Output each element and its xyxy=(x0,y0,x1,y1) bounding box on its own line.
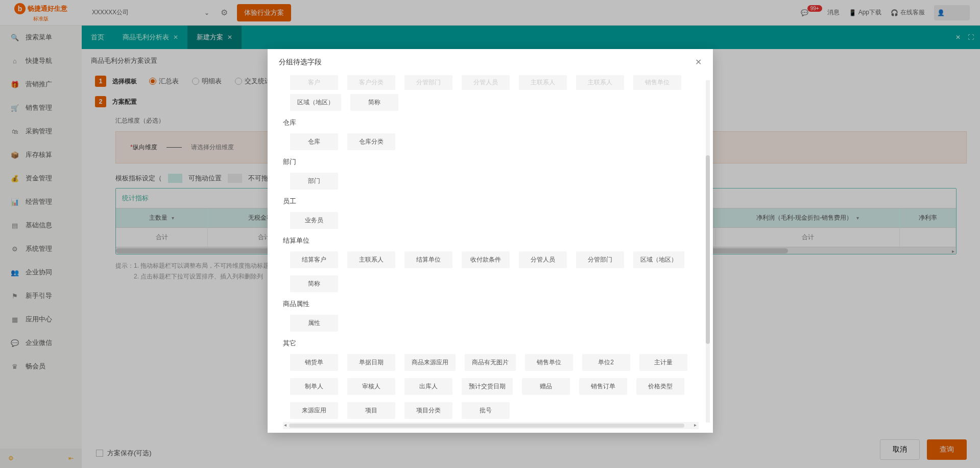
modal-row2-tags: 区域（地区） 简称 xyxy=(283,94,699,111)
field-tag[interactable]: 价格类型 xyxy=(636,378,684,395)
field-tag[interactable]: 收付款条件 xyxy=(462,251,510,268)
field-group-title: 商品属性 xyxy=(283,299,699,309)
field-tag[interactable]: 销售单位 xyxy=(525,354,573,371)
field-tag[interactable]: 仓库 xyxy=(290,133,338,150)
field-tag[interactable]: 部门 xyxy=(290,173,338,190)
modal-close-icon[interactable]: ✕ xyxy=(695,57,702,67)
hscroll-thumb[interactable] xyxy=(289,424,684,428)
field-tag[interactable]: 简称 xyxy=(350,94,398,111)
field-group-title: 其它 xyxy=(283,339,699,348)
peek-tag[interactable]: 销售单位 xyxy=(633,75,681,90)
field-group: 仓库仓库仓库分类 xyxy=(283,118,699,150)
field-tag[interactable]: 销货单 xyxy=(290,354,338,371)
field-group: 部门部门 xyxy=(283,157,699,190)
field-tag[interactable]: 赠品 xyxy=(522,378,570,395)
field-tag-list: 业务员 xyxy=(283,212,699,229)
peek-tag[interactable]: 分管人员 xyxy=(462,75,510,90)
field-tag[interactable]: 制单人 xyxy=(290,378,338,395)
vscroll-thumb[interactable] xyxy=(706,155,710,344)
field-tag[interactable]: 商品来源应用 xyxy=(404,354,456,371)
modal-hscrollbar[interactable]: ◂ ▸ xyxy=(283,422,699,429)
scroll-right-icon[interactable]: ▸ xyxy=(694,422,697,428)
field-tag[interactable]: 简称 xyxy=(290,275,338,292)
modal-header: 分组待选字段 ✕ xyxy=(268,49,713,75)
modal-vscrollbar[interactable] xyxy=(706,80,710,423)
field-tag[interactable]: 属性 xyxy=(290,315,338,332)
field-group: 商品属性属性 xyxy=(283,299,699,332)
field-tag[interactable]: 区域（地区） xyxy=(633,251,684,268)
scroll-left-icon[interactable]: ◂ xyxy=(284,422,286,428)
field-tag[interactable]: 结算客户 xyxy=(290,251,338,268)
field-group: 其它销货单单据日期商品来源应用商品有无图片销售单位单位2主计量制单人审核人出库人… xyxy=(283,339,699,419)
field-tag[interactable]: 批号 xyxy=(462,402,510,419)
field-tag[interactable]: 审核人 xyxy=(347,378,395,395)
field-tag-list: 属性 xyxy=(283,315,699,332)
field-tag[interactable]: 分管人员 xyxy=(519,251,567,268)
field-tag[interactable]: 业务员 xyxy=(290,212,338,229)
field-tag-list: 部门 xyxy=(283,173,699,190)
field-tag[interactable]: 项目分类 xyxy=(404,402,452,419)
peek-tag[interactable]: 分管部门 xyxy=(404,75,452,90)
field-tag[interactable]: 单据日期 xyxy=(347,354,395,371)
peek-tag[interactable]: 客户 xyxy=(290,75,338,90)
peek-tag[interactable]: 主联系人 xyxy=(519,75,567,90)
field-tag[interactable]: 结算单位 xyxy=(404,251,452,268)
field-tag-list: 销货单单据日期商品来源应用商品有无图片销售单位单位2主计量制单人审核人出库人预计… xyxy=(283,354,699,419)
field-group: 结算单位结算客户主联系人结算单位收付款条件分管人员分管部门区域（地区）简称 xyxy=(283,236,699,292)
field-tag[interactable]: 商品有无图片 xyxy=(465,354,516,371)
field-group-title: 仓库 xyxy=(283,118,699,127)
field-tag[interactable]: 主计量 xyxy=(639,354,687,371)
field-tag-list: 结算客户主联系人结算单位收付款条件分管人员分管部门区域（地区）简称 xyxy=(283,251,699,292)
field-group-title: 员工 xyxy=(283,197,699,206)
field-group: 员工业务员 xyxy=(283,197,699,229)
field-group-title: 结算单位 xyxy=(283,236,699,245)
field-tag-list: 仓库仓库分类 xyxy=(283,133,699,150)
modal-body: 客户 客户分类 分管部门 分管人员 主联系人 主联系人 销售单位 区域（地区） … xyxy=(268,75,713,433)
field-tag[interactable]: 仓库分类 xyxy=(347,133,395,150)
field-tag[interactable]: 单位2 xyxy=(582,354,630,371)
peek-tag[interactable]: 主联系人 xyxy=(576,75,624,90)
field-tag[interactable]: 出库人 xyxy=(404,378,452,395)
peek-tag[interactable]: 客户分类 xyxy=(347,75,395,90)
field-tag[interactable]: 来源应用 xyxy=(290,402,338,419)
field-tag[interactable]: 区域（地区） xyxy=(290,94,341,111)
field-tag[interactable]: 分管部门 xyxy=(576,251,624,268)
field-tag[interactable]: 预计交货日期 xyxy=(462,378,513,395)
field-group-title: 部门 xyxy=(283,157,699,167)
modal-title: 分组待选字段 xyxy=(279,58,322,67)
group-fields-modal: 分组待选字段 ✕ 客户 客户分类 分管部门 分管人员 主联系人 主联系人 销售单… xyxy=(268,49,713,433)
field-tag[interactable]: 项目 xyxy=(347,402,395,419)
field-tag[interactable]: 销售订单 xyxy=(579,378,627,395)
modal-peek-row: 客户 客户分类 分管部门 分管人员 主联系人 主联系人 销售单位 xyxy=(283,75,699,94)
field-tag[interactable]: 主联系人 xyxy=(347,251,395,268)
